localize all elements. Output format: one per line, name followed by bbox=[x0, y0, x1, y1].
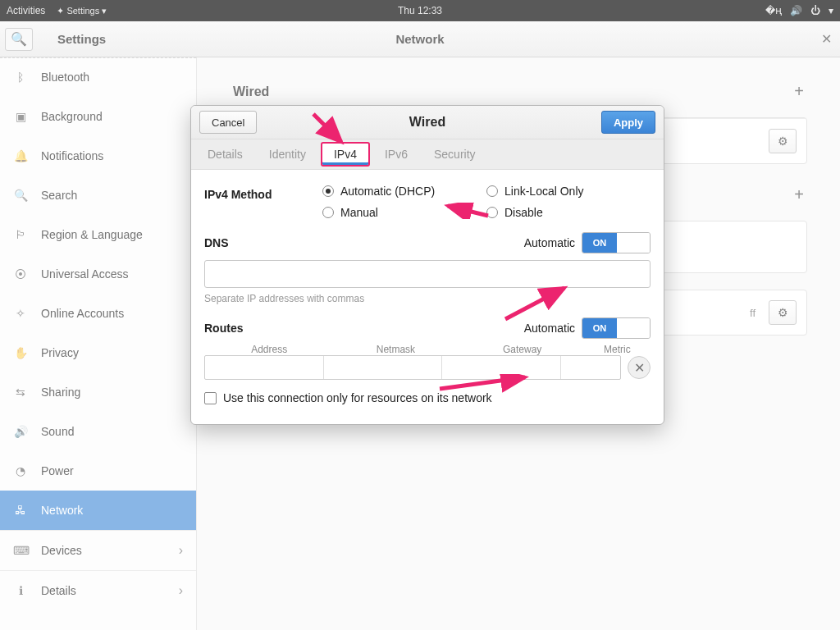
proxy-status: ff bbox=[750, 307, 756, 319]
radio-label: Disable bbox=[504, 206, 543, 219]
close-icon: ✕ bbox=[634, 360, 645, 376]
radio-label: Automatic (DHCP) bbox=[340, 185, 435, 198]
radio-label: Link-Local Only bbox=[504, 185, 584, 198]
route-address-input[interactable] bbox=[205, 356, 324, 379]
sidebar-item-notifications[interactable]: 🔔Notifications bbox=[0, 136, 196, 176]
devices-icon: ⌨ bbox=[13, 544, 28, 557]
sidebar-item-details[interactable]: ℹDetails› bbox=[0, 571, 196, 610]
chevron-right-icon: › bbox=[179, 583, 183, 598]
globe-icon: 🏳 bbox=[13, 228, 28, 241]
background-icon: ▣ bbox=[13, 110, 28, 123]
headerbar-title-left: Settings bbox=[57, 32, 106, 46]
gnome-topbar: Activities ✦ Settings ▾ Thu 12:33 �ң 🔊 ⏻… bbox=[0, 0, 840, 21]
svg-line-1 bbox=[448, 206, 488, 216]
system-menu-chevron-icon[interactable]: ▾ bbox=[829, 5, 833, 16]
dns-automatic-label: Automatic bbox=[524, 236, 575, 249]
network-indicator-icon[interactable]: �ң bbox=[765, 5, 782, 16]
sidebar-item-sharing[interactable]: ⇆Sharing bbox=[0, 372, 196, 412]
svg-line-2 bbox=[505, 288, 564, 319]
accounts-icon: ✧ bbox=[13, 307, 28, 320]
ipv4-method-label: IPv4 Method bbox=[204, 185, 322, 201]
tab-security[interactable]: Security bbox=[421, 139, 489, 169]
sidebar-item-label: Devices bbox=[41, 544, 82, 557]
details-icon: ℹ bbox=[13, 584, 28, 597]
annotation-arrow-icon bbox=[500, 283, 574, 324]
svg-line-0 bbox=[313, 114, 341, 142]
routes-row[interactable] bbox=[204, 355, 621, 380]
annotation-arrow-icon bbox=[310, 111, 351, 152]
radio-automatic-dhcp[interactable]: Automatic (DHCP) bbox=[322, 185, 486, 198]
sidebar-item-power[interactable]: ◔Power bbox=[0, 451, 196, 491]
topbar-app-menu[interactable]: ✦ Settings ▾ bbox=[57, 6, 107, 16]
annotation-arrow-icon bbox=[435, 374, 533, 394]
sidebar-item-label: Sound bbox=[41, 425, 74, 438]
sidebar-item-label: Background bbox=[41, 110, 103, 123]
headerbar-title-center: Network bbox=[395, 32, 444, 46]
route-metric-input[interactable] bbox=[561, 356, 620, 379]
activities-button[interactable]: Activities bbox=[7, 5, 45, 16]
headerbar-search-button[interactable]: 🔍 bbox=[5, 28, 33, 51]
switch-on-label: ON bbox=[582, 318, 617, 338]
wired-heading: Wired bbox=[233, 84, 269, 99]
sidebar-item-label: Privacy bbox=[41, 346, 79, 359]
window-close-button[interactable]: ✕ bbox=[821, 31, 832, 47]
sidebar-item-label: Online Accounts bbox=[41, 307, 124, 320]
sidebar-item-privacy[interactable]: ✋Privacy bbox=[0, 333, 196, 372]
route-netmask-input[interactable] bbox=[324, 356, 443, 379]
sidebar-item-devices[interactable]: ⌨Devices› bbox=[0, 531, 196, 570]
volume-indicator-icon[interactable]: 🔊 bbox=[790, 5, 802, 16]
dns-servers-input[interactable] bbox=[204, 260, 651, 288]
chevron-right-icon: › bbox=[179, 543, 183, 558]
sidebar-item-label: Bluetooth bbox=[41, 71, 89, 84]
wired-settings-button[interactable]: ⚙ bbox=[769, 129, 797, 153]
col-gateway: Gateway bbox=[459, 344, 586, 355]
routes-heading: Routes bbox=[204, 322, 243, 335]
sidebar-item-label: Notifications bbox=[41, 149, 103, 162]
network-icon: 🖧 bbox=[13, 504, 28, 517]
sidebar-item-universal-access[interactable]: ⦿Universal Access bbox=[0, 254, 196, 294]
svg-line-3 bbox=[440, 377, 525, 389]
sidebar-item-region[interactable]: 🏳Region & Language bbox=[0, 215, 196, 254]
search-icon: 🔍 bbox=[11, 31, 27, 47]
switch-on-label: ON bbox=[582, 233, 617, 253]
dns-heading: DNS bbox=[204, 236, 229, 249]
power-indicator-icon[interactable]: ⏻ bbox=[810, 5, 820, 16]
sidebar-item-label: Power bbox=[41, 464, 74, 477]
apply-button[interactable]: Apply bbox=[601, 111, 655, 134]
only-resources-checkbox[interactable] bbox=[204, 392, 217, 404]
radio-link-local[interactable]: Link-Local Only bbox=[486, 185, 651, 198]
sidebar-item-label: Network bbox=[41, 504, 83, 517]
col-address: Address bbox=[206, 344, 332, 355]
sidebar-item-network[interactable]: 🖧Network bbox=[0, 491, 196, 530]
routes-automatic-switch[interactable]: ON bbox=[582, 317, 651, 339]
sidebar-item-sound[interactable]: 🔊Sound bbox=[0, 412, 196, 451]
accessibility-icon: ⦿ bbox=[13, 267, 28, 281]
dialog-tabbar: Details Identity IPv4 IPv6 Security bbox=[191, 139, 664, 170]
connection-editor-dialog: Cancel Wired Apply Details Identity IPv4… bbox=[190, 105, 664, 425]
sidebar-item-search[interactable]: 🔍Search bbox=[0, 176, 196, 215]
share-icon: ⇆ bbox=[13, 386, 28, 399]
dns-hint: Separate IP addresses with commas bbox=[204, 293, 651, 304]
sidebar-item-bluetooth[interactable]: ᛒBluetooth bbox=[0, 57, 196, 97]
clock[interactable]: Thu 12:33 bbox=[398, 5, 442, 16]
proxy-settings-button[interactable]: ⚙ bbox=[769, 300, 797, 325]
col-netmask: Netmask bbox=[332, 344, 459, 355]
add-wired-button[interactable]: + bbox=[794, 82, 804, 101]
settings-headerbar: 🔍 Settings Network ✕ bbox=[0, 21, 840, 57]
radio-disable[interactable]: Disable bbox=[486, 206, 651, 219]
tab-ipv6[interactable]: IPv6 bbox=[372, 139, 421, 169]
sidebar-item-online-accounts[interactable]: ✧Online Accounts bbox=[0, 294, 196, 333]
tab-details[interactable]: Details bbox=[194, 139, 256, 169]
delete-route-button[interactable]: ✕ bbox=[628, 356, 651, 379]
sidebar-item-label: Universal Access bbox=[41, 267, 129, 281]
sidebar-item-label: Details bbox=[41, 584, 76, 597]
sidebar-item-background[interactable]: ▣Background bbox=[0, 97, 196, 136]
search-icon: 🔍 bbox=[13, 189, 28, 202]
col-metric: Metric bbox=[586, 344, 649, 355]
add-vpn-button[interactable]: + bbox=[794, 185, 804, 204]
dns-automatic-switch[interactable]: ON bbox=[582, 232, 651, 253]
settings-sidebar: ᛒBluetooth ▣Background 🔔Notifications 🔍S… bbox=[0, 57, 197, 630]
sidebar-item-label: Search bbox=[41, 189, 77, 202]
cancel-button[interactable]: Cancel bbox=[199, 111, 257, 134]
sound-icon: 🔊 bbox=[13, 425, 28, 438]
